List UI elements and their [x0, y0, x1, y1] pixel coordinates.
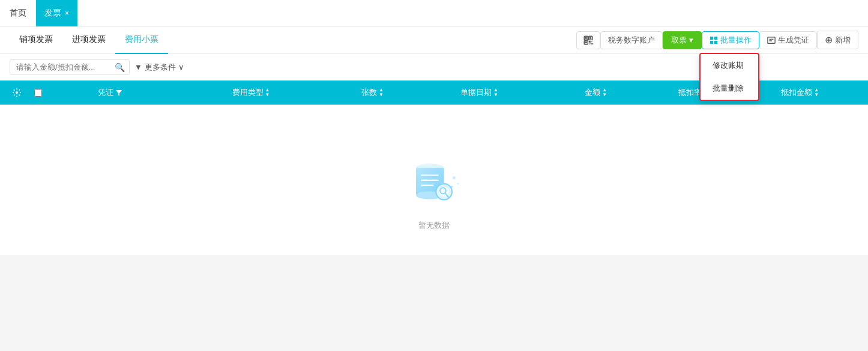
batch-icon	[710, 36, 718, 44]
svg-rect-11	[710, 36, 713, 39]
svg-rect-15	[768, 37, 775, 43]
th-date[interactable]: 单据日期 ▲▼	[416, 87, 543, 98]
th-settings[interactable]	[5, 88, 29, 97]
invoice-tab-label: 发票	[44, 8, 61, 19]
more-filter-button[interactable]: ▼ 更多条件 ∨	[130, 60, 189, 75]
sort-icon: ▲▼	[814, 88, 819, 97]
generate-voucher-button[interactable]: 生成凭证	[759, 31, 817, 49]
take-ticket-button[interactable]: 取票 ▾	[663, 31, 702, 49]
filter-funnel-icon	[115, 89, 122, 96]
sub-tab-purchase[interactable]: 进项发票	[62, 26, 115, 54]
search-input[interactable]	[10, 59, 130, 75]
th-expense-type[interactable]: 费用类型 ▲▼	[173, 87, 329, 98]
th-checkbox[interactable]	[29, 89, 47, 97]
svg-rect-5	[585, 41, 587, 43]
th-count[interactable]: 张数 ▲▼	[329, 87, 417, 98]
take-chevron-icon: ▾	[689, 35, 693, 44]
tax-digital-button[interactable]: 税务数字账户	[600, 31, 663, 49]
filter-icon: ▼	[134, 63, 142, 72]
svg-rect-14	[714, 40, 717, 43]
sort-icon: ▲▼	[379, 88, 384, 97]
select-all-checkbox[interactable]	[34, 89, 42, 97]
search-icon[interactable]: 🔍	[115, 63, 125, 72]
svg-rect-10	[591, 43, 593, 44]
sub-tab-sales[interactable]: 销项发票	[10, 26, 62, 54]
svg-marker-19	[116, 90, 122, 96]
home-tab[interactable]: 首页	[7, 8, 36, 19]
th-voucher[interactable]: 凭证	[47, 87, 173, 98]
invoice-tab[interactable]: 发票 ×	[36, 0, 77, 26]
qr-button[interactable]	[576, 31, 600, 49]
add-icon: ⊕	[825, 34, 833, 46]
empty-illustration	[404, 153, 464, 213]
sort-icon: ▲▼	[265, 88, 270, 97]
svg-point-32	[451, 186, 453, 188]
svg-rect-1	[585, 37, 587, 38]
svg-point-18	[16, 91, 18, 94]
search-wrap: 🔍	[10, 59, 130, 75]
modify-period-item[interactable]: 修改账期	[701, 54, 758, 77]
svg-point-30	[453, 176, 456, 179]
empty-state: 暂无数据	[0, 105, 868, 255]
batch-operation-button[interactable]: 批量操作	[702, 31, 759, 49]
sort-icon: ▲▼	[602, 88, 607, 97]
svg-rect-6	[589, 40, 591, 42]
svg-rect-8	[589, 43, 590, 44]
voucher-icon	[767, 36, 776, 44]
svg-rect-13	[710, 40, 713, 43]
svg-point-31	[457, 183, 459, 185]
add-button[interactable]: ⊕ 新增	[817, 31, 858, 49]
top-nav: 首页 发票 ×	[0, 0, 868, 26]
svg-rect-7	[591, 40, 592, 41]
batch-operation-wrap: 批量操作 修改账期 批量删除	[702, 31, 759, 49]
invoice-tab-close[interactable]: ×	[65, 9, 69, 17]
sort-icon: ▲▼	[493, 88, 498, 97]
svg-rect-9	[591, 42, 592, 44]
svg-rect-3	[589, 37, 591, 38]
svg-rect-12	[714, 36, 717, 39]
settings-icon	[12, 88, 22, 97]
batch-delete-item[interactable]: 批量删除	[701, 77, 758, 100]
sub-tabs: 销项发票 进项发票 费用小票 税	[0, 26, 868, 54]
empty-text: 暂无数据	[418, 220, 450, 231]
sub-tab-expense[interactable]: 费用小票	[115, 26, 168, 54]
filter-chevron-icon: ∨	[178, 63, 184, 72]
batch-dropdown-menu: 修改账期 批量删除	[699, 53, 759, 101]
th-amount[interactable]: 金额 ▲▼	[543, 87, 649, 98]
qr-icon	[583, 35, 594, 46]
